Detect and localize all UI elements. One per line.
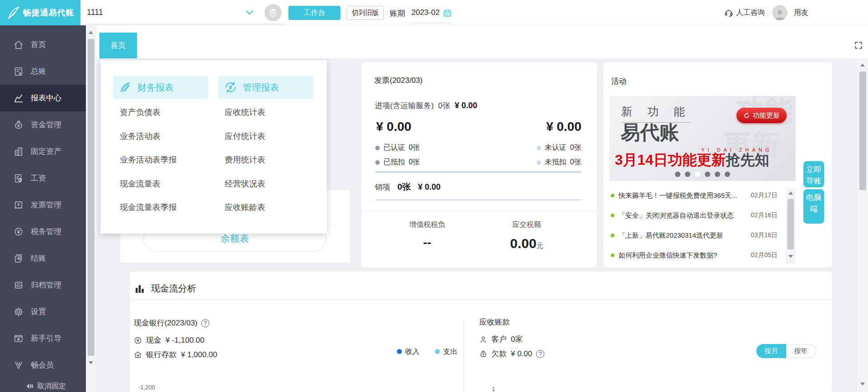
sidebar-scrollbar[interactable]: [86, 25, 96, 392]
sidebar-item-archive[interactable]: 归档管理: [0, 272, 86, 298]
sidebar-scrollbar-thumb[interactable]: [88, 39, 94, 356]
legend-expense[interactable]: 支出: [435, 347, 458, 357]
tax-due-label: 应交税额: [477, 220, 576, 229]
scroll-down-arrow-icon[interactable]: [860, 382, 865, 386]
cash-bank-title-row: 现金银行(2023/03) ?: [134, 318, 209, 328]
money-bag-icon: [14, 120, 24, 130]
sidebar-item-funds[interactable]: 资金管理: [0, 111, 86, 138]
activity-banner[interactable]: 功能 更新 新 功 能 功能更新 易代账 YI DAI ZHANG 3月14日功…: [609, 96, 796, 181]
cash-row: 现金 ¥ -1,100.00: [134, 335, 204, 345]
carousel-dots: [675, 172, 730, 177]
salary-icon: [14, 173, 24, 183]
sidebar-item-closing[interactable]: 结账: [0, 245, 86, 272]
unpin-sidebar-button[interactable]: 取消固定: [0, 378, 86, 392]
toggle-by-year[interactable]: 按年: [786, 344, 816, 358]
carousel-dot[interactable]: [685, 172, 690, 177]
topbar-divider: [768, 7, 768, 18]
news-scrollbar-thumb[interactable]: [788, 199, 794, 249]
news-item[interactable]: 「上新」易代账20230314迭代更新 03月16日: [611, 229, 778, 242]
account-selector-value: 1111: [87, 8, 103, 17]
chart-legend: 收入 支出: [397, 347, 458, 357]
news-item[interactable]: 「安全」关闭浏览器自动退出登录状态 02月16日: [611, 209, 778, 222]
sidebar-item-invoice-management[interactable]: 发票管理: [0, 191, 86, 218]
bullet-icon: [611, 234, 614, 237]
menu-item-receivable-stats[interactable]: 应收统计表: [225, 107, 265, 118]
invoice-undeducted-stat: 未抵扣 0张: [537, 158, 581, 167]
switch-old-version-button[interactable]: 切到旧版: [347, 6, 384, 20]
banner-update-badge[interactable]: 功能更新: [736, 108, 787, 123]
unpin-label: 取消固定: [37, 382, 66, 391]
sidebar-item-settings[interactable]: 设置: [0, 298, 86, 325]
invoice-icon: [14, 200, 24, 210]
sidebar-item-salary[interactable]: 工资: [0, 165, 86, 191]
carousel-dot-active[interactable]: [695, 172, 700, 177]
news-list-scrollbar[interactable]: [786, 188, 796, 264]
sidebar-item-label: 税务管理: [31, 226, 61, 237]
customer-icon: [479, 335, 487, 344]
menu-item-operating-status[interactable]: 经营状况表: [225, 178, 265, 189]
scroll-down-arrow-icon[interactable]: [89, 361, 93, 364]
user-menu[interactable]: 用友: [772, 0, 808, 25]
legend-income[interactable]: 收入: [397, 347, 420, 357]
report-center-icon: [14, 93, 24, 103]
income-dot-icon: [397, 349, 402, 354]
news-item[interactable]: 如何利用企业微信快速下发数据? 02月05日: [611, 249, 778, 262]
fullscreen-icon[interactable]: [849, 35, 868, 55]
help-icon[interactable]: ?: [201, 319, 209, 327]
sidebar-item-member[interactable]: 畅会员: [0, 352, 86, 378]
manage-report-header[interactable]: 管理报表: [218, 76, 313, 99]
debt-icon: [479, 350, 487, 358]
report-menu-panel: 财务报表 管理报表 资产负债表 业务活动表 业务活动表季报 现金流量表 现金流量…: [100, 60, 327, 234]
page-scrollbar[interactable]: [858, 59, 868, 392]
import-now-button[interactable]: 立即导账: [803, 161, 824, 187]
menu-item-cashflow-statement[interactable]: 现金流量表: [120, 178, 160, 189]
sidebar-item-home[interactable]: 首页: [0, 31, 86, 58]
help-icon[interactable]: ?: [536, 350, 544, 358]
period-label: 账期: [390, 8, 405, 19]
tax-due-block: 应交税额 0.00元: [477, 220, 576, 251]
menu-item-expense-stats[interactable]: 费用统计表: [225, 154, 265, 165]
activity-card: 活动 功能 更新 新 功 能 功能更新 易代账 YI DAI ZHANG 3月1…: [604, 62, 832, 267]
receivable-chart-axis-label: 1: [492, 386, 495, 392]
user-name: 用友: [794, 8, 808, 18]
sidebar-item-fixed-assets[interactable]: 固定资产: [0, 138, 86, 165]
menu-item-activity-statement[interactable]: 业务活动表: [120, 131, 160, 142]
sidebar-item-tax-management[interactable]: 税务管理: [0, 218, 86, 245]
banner-badge-label: 功能更新: [753, 111, 780, 120]
page-scrollbar-thumb[interactable]: [859, 72, 866, 190]
account-selector[interactable]: 1111: [87, 0, 253, 25]
finance-report-icon: [118, 81, 132, 94]
scroll-down-arrow-icon[interactable]: [788, 255, 793, 258]
cashflow-divider: [130, 300, 832, 300]
scroll-up-arrow-icon[interactable]: [860, 63, 865, 67]
menu-item-balance-sheet[interactable]: 资产负债表: [120, 107, 160, 118]
menu-item-payable-stats[interactable]: 应付统计表: [225, 131, 265, 142]
tax-icon: [14, 227, 24, 237]
banner-line3: 3月14日功能更新抢先知: [615, 150, 769, 170]
news-item[interactable]: 快来薅羊毛！一键报税免费使用365天... 02月17日: [611, 189, 778, 202]
scroll-up-arrow-icon[interactable]: [788, 191, 793, 195]
menu-item-activity-quarterly[interactable]: 业务活动表季报: [120, 154, 177, 165]
menu-item-receivable-aging[interactable]: 应收账龄表: [225, 202, 265, 213]
period-selector[interactable]: 2023-02: [411, 8, 452, 17]
clipboard-icon[interactable]: [264, 4, 282, 21]
support-link[interactable]: 人工咨询: [724, 0, 765, 25]
finance-report-header[interactable]: 财务报表: [113, 76, 208, 99]
sidebar-item-beginner-guide[interactable]: 新手引导: [0, 325, 86, 352]
tab-home[interactable]: 首页: [99, 33, 137, 58]
sidebar-item-report-center[interactable]: 报表中心: [0, 85, 86, 111]
carousel-dot[interactable]: [675, 172, 680, 177]
carousel-dot[interactable]: [715, 172, 720, 177]
invoice-output-line: 销项 0张 ¥ 0.00: [375, 181, 441, 193]
app-logo: 畅捷通易代账: [0, 0, 80, 25]
invoice-output-count: 0张: [397, 181, 411, 193]
menu-item-cashflow-quarterly[interactable]: 现金流量表季报: [120, 202, 177, 213]
pc-client-button[interactable]: 电脑端: [803, 189, 824, 224]
carousel-dot[interactable]: [725, 172, 730, 177]
stat-dot-icon: [537, 146, 541, 150]
toggle-by-month[interactable]: 按月: [756, 344, 786, 358]
carousel-dot[interactable]: [705, 172, 710, 177]
workbench-button[interactable]: 工作台: [288, 6, 340, 20]
scroll-up-arrow-icon[interactable]: [89, 31, 93, 34]
sidebar-item-general-ledger[interactable]: 总账: [0, 58, 86, 85]
